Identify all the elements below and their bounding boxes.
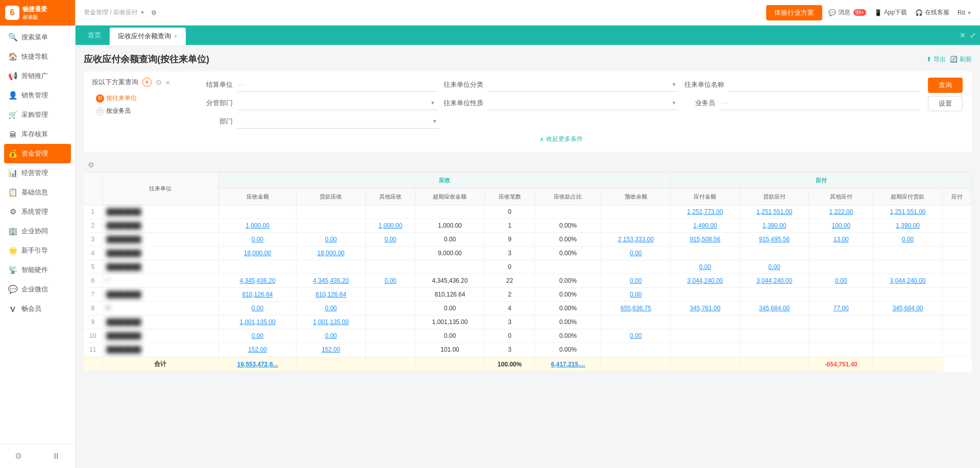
col-yf-amount: 应付金额 [671,189,740,205]
partner-name[interactable]: ████████ [102,329,219,343]
user-chevron-icon: ▼ [967,10,972,16]
partner-name[interactable]: ████████ [102,343,219,357]
col-ys-overdue: 超期应收金额 [415,189,485,205]
jiesuan-dots: ··· [239,80,246,89]
refresh-btn[interactable]: 🔄 刷新 [950,55,972,64]
col-ys-count: 应收笔数 [484,189,535,205]
filter-row-1: 结算单位 ··· 往来单位分类 ▼ [202,78,920,92]
close-tab-icon[interactable]: ✕ [960,31,966,39]
basic-icon: 📋 [8,188,17,197]
tab-bar-actions: ✕ ⤢ [960,31,976,39]
sidebar-item-operations[interactable]: 📊 经营管理 [0,163,75,183]
col-yf-overdue: 超期应付货款 [873,189,943,205]
dept-input[interactable]: ▼ [237,114,439,129]
schema-salesperson[interactable]: ⏱ 按业务员 [92,105,194,117]
table-row: 5████████00.000.00 [84,260,972,274]
partner-name[interactable]: ████████ [102,205,219,219]
tab-receivable[interactable]: 应收应付余额查询 × [110,28,186,45]
filter-top: 按以下方案查询 + ⊙ « [92,78,194,87]
sidebar-item-guide[interactable]: 🌟 新手引导 [0,241,75,260]
col-ys-ratio: 应收款占比 [535,189,601,205]
sidebar-item-search[interactable]: 🔍 搜索菜单 [0,28,75,47]
sidebar-item-sales[interactable]: 👤 销售管理 [0,86,75,105]
filter-fenguan: 分管部门 ▼ [202,96,437,110]
table-toolbar: ⚙ [84,158,972,173]
sidebar-item-inventory[interactable]: 🏛 库存核算 [0,125,75,144]
collapse-btn[interactable]: ∧ 收起更多条件 [537,133,585,145]
user-menu[interactable]: Rit ▼ [958,9,972,16]
sidebar: 6 畅捷通爱 标准版 🔍 搜索菜单 🏠 快捷导航 📢 营销推广 👤 销售 [0,0,76,468]
home-icon: 🏠 [8,52,17,61]
col-ys-other: 其他应收 [365,189,415,205]
salesperson-input[interactable]: ··· [719,96,920,110]
message-icon: 💬 [828,9,836,16]
col-yingfu-group: 应付 [671,173,972,189]
partner-name[interactable]: ████████ [102,288,219,302]
partner-name[interactable]: ████████ [102,315,219,329]
dept-label: 部门 [202,117,233,126]
service-btn[interactable]: 🎧 在线客服 [915,8,949,17]
salesperson-dots: ··· [721,98,728,108]
sidebar-item-quick[interactable]: 🏠 快捷导航 [0,47,75,66]
table-row: 11████████152.00152.00101.0030.00% [84,343,972,357]
logo-text-block: 畅捷通爱 标准版 [22,5,47,21]
sidebar-item-system[interactable]: ⚙ 系统管理 [0,202,75,221]
sidebar-item-member[interactable]: V 畅会员 [0,299,75,318]
sidebar-item-basic[interactable]: 📋 基础信息 [0,183,75,202]
col-partner-header: 往来单位 [102,173,219,205]
sidebar-item-wechat[interactable]: 💬 企业微信 [0,280,75,299]
laiwang-name-input[interactable] [728,78,920,92]
logo-version: 标准版 [22,14,47,21]
laiwang-nature-arrow: ▼ [671,100,676,106]
col-rownum-header [84,173,102,205]
breadcrumb-text: 资金管理 / 应收应付 [84,8,138,17]
laiwang-cat-arrow: ▼ [671,82,676,87]
filter-add-btn[interactable]: + [142,78,152,87]
partner-name[interactable]: P [102,302,219,315]
gear-topbar-icon[interactable]: ⚙ [151,9,157,16]
export-icon: ⬆ [926,56,932,63]
jiesuan-input[interactable]: ··· [237,78,437,92]
solution-btn[interactable]: 体验行业方案 [766,5,822,20]
tab-home[interactable]: 首页 [80,26,110,45]
sidebar-item-marketing[interactable]: 📢 营销推广 [0,66,75,86]
collapse-sidebar-btn[interactable]: ⏸ [49,449,63,464]
tab-close-icon[interactable]: × [174,33,177,39]
username: Rit [958,9,965,16]
app-download-btn[interactable]: 📱 App下载 [874,8,907,17]
message-btn[interactable]: 💬 消息 99+ [828,8,866,17]
col-ys-advance: 预收余额 [601,189,671,205]
sidebar-bottom: ⚙ ⏸ [0,444,75,468]
partner-name[interactable]: ████████ [102,247,219,260]
laiwang-nature-label: 往来单位性质 [444,98,483,108]
filter-dept: 部门 ▼ [202,114,439,129]
topbar: 资金管理 / 应收应付 ▼ ⚙ 体验行业方案 💬 消息 99+ 📱 App下载 … [76,0,980,26]
filter-jiesuan: 结算单位 ··· [202,78,437,92]
partner-name[interactable]: ████████ [102,233,219,247]
filter-collapse-icon[interactable]: « [166,78,170,86]
table-settings-icon[interactable]: ⚙ [88,161,94,169]
laiwang-name-label: 往来单位名称 [684,80,724,89]
fenguan-input[interactable]: ▼ [237,96,437,110]
main-content: 资金管理 / 应收应付 ▼ ⚙ 体验行业方案 💬 消息 99+ 📱 App下载 … [76,0,980,468]
sidebar-item-hardware[interactable]: 📡 智能硬件 [0,260,75,280]
col-yingshou-group: 应收 [219,173,671,189]
laiwang-nature-input[interactable]: ▼ [487,96,679,110]
partner-name[interactable]: ^ [102,274,219,288]
setting-btn[interactable]: 设置 [928,96,963,111]
expand-icon[interactable]: ⤢ [970,31,976,39]
query-btn[interactable]: 查询 [928,78,963,93]
refresh-icon: 🔄 [950,56,958,63]
page-actions: ⬆ 导出 🔄 刷新 [926,55,972,64]
sidebar-item-enterprise[interactable]: 🏢 企业协同 [0,221,75,241]
sidebar-item-finance[interactable]: 💰 资金管理 [4,144,71,163]
schema-partner[interactable]: 财 按往来单位 [92,92,194,105]
export-btn[interactable]: ⬆ 导出 [926,55,946,64]
partner-name[interactable]: ████████ [102,260,219,274]
col-yf-other: 其他应付 [809,189,873,205]
sidebar-item-purchase[interactable]: 🛒 采购管理 [0,105,75,125]
filter-settings-icon[interactable]: ⊙ [156,78,162,86]
laiwang-cat-input[interactable]: ▼ [487,78,679,92]
partner-name[interactable]: ████████ [102,219,219,233]
settings-bottom-icon[interactable]: ⚙ [12,448,25,464]
